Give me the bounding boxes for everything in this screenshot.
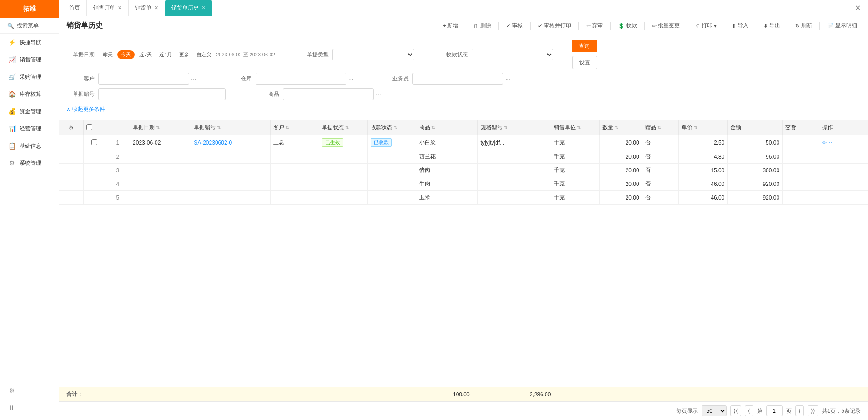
- close-tab-sales-history[interactable]: ✕: [201, 5, 206, 11]
- sidebar-item-ops-mgmt[interactable]: 📊经营管理: [0, 120, 59, 137]
- close-all-tabs[interactable]: ✕: [851, 4, 864, 12]
- th-customer[interactable]: 客户⇅: [270, 120, 319, 135]
- th-gift[interactable]: 赠品⇅: [642, 120, 678, 135]
- close-tab-sales-delivery[interactable]: ✕: [154, 5, 158, 11]
- filter-group-product: 商品 ···: [251, 88, 383, 100]
- page-size-select[interactable]: 2050100: [702, 405, 727, 416]
- tab-home[interactable]: 首页: [63, 0, 87, 16]
- product-input[interactable]: [283, 88, 374, 100]
- code-link-0[interactable]: SA-20230602-0: [194, 140, 232, 146]
- date-shortcut-custom[interactable]: 自定义: [194, 50, 214, 59]
- toolbar-btn-review[interactable]: ✔审核: [502, 20, 527, 31]
- th-qty[interactable]: 数量⇅: [599, 120, 642, 135]
- toolbar-btn-show-detail[interactable]: 📄显示明细: [823, 20, 861, 31]
- tab-label-sales-delivery: 销货单: [135, 4, 151, 12]
- sidebar-item-inventory[interactable]: 🏠库存核算: [0, 85, 59, 103]
- sidebar-item-quick-nav[interactable]: ⚡快捷导航: [0, 34, 59, 51]
- filter-group-date: 单据日期 昨天今天近7天近1月更多自定义 2023-06-02 至 2023-0…: [66, 50, 275, 59]
- salesperson-input[interactable]: [412, 73, 503, 85]
- table-body: 12023-06-02SA-20230602-0王总已生效已收款小白菜tyjyj…: [59, 135, 868, 205]
- date-label: 单据日期: [66, 51, 98, 59]
- warehouse-input[interactable]: [256, 73, 346, 85]
- th-docstatus[interactable]: 单据状态⇅: [319, 120, 367, 135]
- more-btn-0[interactable]: ⋯: [828, 140, 834, 146]
- toolbar-btn-export[interactable]: ⬇导出: [760, 20, 784, 31]
- sidebar-item-basic-info[interactable]: 📋基础信息: [0, 137, 59, 155]
- toolbar-btn-add[interactable]: +新增: [439, 20, 462, 31]
- toolbar-label-abandon: 弃审: [592, 22, 603, 30]
- show-detail-icon: 📄: [827, 23, 834, 29]
- th-gear[interactable]: ⚙: [59, 120, 84, 135]
- cell-spec-3: [477, 177, 551, 191]
- salesperson-select-icon[interactable]: ···: [503, 75, 512, 82]
- toolbar-btn-batch-change[interactable]: ✏批量变更: [648, 20, 683, 31]
- product-select-icon[interactable]: ···: [374, 90, 383, 98]
- first-page-btn[interactable]: ⟨⟨: [730, 405, 741, 416]
- tab-sales-delivery[interactable]: 销货单✕: [129, 0, 165, 16]
- th-product[interactable]: 商品⇅: [416, 120, 477, 135]
- cell-date-1: [130, 150, 191, 164]
- th-recvstatus[interactable]: 收款状态⇅: [368, 120, 416, 135]
- warehouse-select-icon[interactable]: ···: [346, 75, 356, 82]
- doctype-select[interactable]: [332, 49, 414, 60]
- edit-btn-0[interactable]: ✏: [822, 140, 827, 146]
- filter-group-warehouse: 仓库 ···: [224, 73, 356, 85]
- print-icon: 🖨: [695, 23, 700, 29]
- customer-select-icon[interactable]: ···: [189, 75, 198, 82]
- date-shortcut-more[interactable]: 更多: [176, 50, 192, 59]
- toolbar-btn-refresh[interactable]: ↻刷新: [792, 20, 816, 31]
- collapse-button[interactable]: ∧ 收起更多条件: [66, 104, 861, 115]
- sidebar-item-purchase-mgmt[interactable]: 🛒采购管理: [0, 68, 59, 85]
- main-area: 首页销售订单✕销货单✕销货单历史✕✕ 销货单历史 +新增🗑删除✔审核✔审核并打印…: [59, 0, 868, 420]
- cell-action-1: [819, 150, 868, 164]
- th-code[interactable]: 单据编号⇅: [191, 120, 270, 135]
- query-button[interactable]: 查询: [572, 40, 597, 52]
- toolbar-btn-import[interactable]: ⬆导入: [728, 20, 752, 31]
- docno-input[interactable]: [98, 88, 226, 100]
- toolbar-btn-print[interactable]: 🖨打印▾: [691, 20, 720, 31]
- settings-button[interactable]: 设置: [572, 56, 597, 69]
- th-price[interactable]: 单价⇅: [679, 120, 728, 135]
- date-shortcut-last7[interactable]: 近7天: [136, 50, 155, 59]
- close-tab-sales-order[interactable]: ✕: [118, 5, 122, 11]
- cell-check-4[interactable]: [84, 191, 105, 205]
- customer-input[interactable]: [98, 73, 189, 85]
- th-unit[interactable]: 销售单位⇅: [551, 120, 599, 135]
- th-date[interactable]: 单据日期⇅: [130, 120, 191, 135]
- cell-check-1[interactable]: [84, 150, 105, 164]
- toolbar-btn-delete[interactable]: 🗑删除: [470, 20, 495, 31]
- toolbar-btn-collect[interactable]: 💲收款: [614, 20, 641, 31]
- sidebar-item-bottom2[interactable]: ⏸: [0, 399, 59, 416]
- prev-page-btn[interactable]: ⟨: [745, 405, 753, 416]
- cell-check-0[interactable]: [84, 135, 105, 150]
- select-all-checkbox[interactable]: [86, 124, 92, 130]
- cell-recvstatus-2: [368, 164, 416, 177]
- tab-sales-order[interactable]: 销售订单✕: [87, 0, 129, 16]
- sidebar-search[interactable]: 🔍 搜索菜单: [0, 18, 59, 34]
- date-shortcut-yesterday[interactable]: 昨天: [100, 50, 115, 59]
- last-page-btn[interactable]: ⟩⟩: [808, 405, 818, 416]
- cell-price-0: 2.50: [679, 135, 728, 150]
- tab-sales-history[interactable]: 销货单历史✕: [165, 0, 212, 16]
- sidebar-item-sys-mgmt[interactable]: ⚙系统管理: [0, 155, 59, 172]
- date-shortcut-today[interactable]: 今天: [117, 50, 135, 59]
- page-input[interactable]: [766, 405, 783, 416]
- sidebar-item-bottom1[interactable]: ⚙: [0, 382, 59, 399]
- next-page-btn[interactable]: ⟩: [795, 405, 804, 416]
- content-area: 销货单历史 +新增🗑删除✔审核✔审核并打印↩弃审💲收款✏批量变更🖨打印▾⬆导入⬇…: [59, 16, 868, 420]
- sidebar-item-label-finance: 资金管理: [20, 108, 41, 115]
- toolbar-btn-abandon[interactable]: ↩弃审: [582, 20, 607, 31]
- date-shortcut-last_month[interactable]: 近1月: [156, 50, 175, 59]
- row-checkbox-0[interactable]: [91, 139, 97, 145]
- sidebar-item-finance[interactable]: 💰资金管理: [0, 103, 59, 120]
- cell-check-2[interactable]: [84, 164, 105, 177]
- toolbar-btn-review-print[interactable]: ✔审核并打印: [534, 20, 575, 31]
- cell-check-3[interactable]: [84, 177, 105, 191]
- recvstatus-select[interactable]: [472, 49, 553, 60]
- th-action: 操作: [819, 120, 868, 135]
- sidebar-item-label-sales-mgmt: 销售管理: [20, 56, 41, 64]
- cell-spec-2: [477, 164, 551, 177]
- sidebar-item-sales-mgmt[interactable]: 📈销售管理: [0, 51, 59, 68]
- cell-code-0[interactable]: SA-20230602-0: [191, 135, 270, 150]
- th-spec[interactable]: 规格型号⇅: [477, 120, 551, 135]
